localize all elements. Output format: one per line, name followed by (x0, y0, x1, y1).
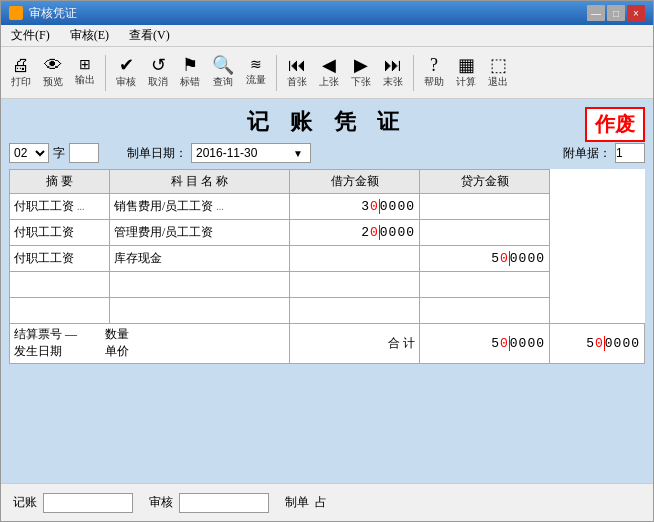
debit-cell: 300000 (290, 194, 420, 220)
footer-info-cell: 结算票号 — 发生日期 数量 单价 (10, 324, 290, 364)
voucher-title: 记 账 凭 证 (247, 107, 408, 137)
mark-error-button[interactable]: ⚑ 标错 (176, 54, 204, 91)
debit-cell: 200000 (290, 220, 420, 246)
zhidan-field: 制单 占 (285, 494, 327, 511)
title-bar: 审核凭证 — □ × (1, 1, 653, 25)
table-row (10, 298, 645, 324)
table-wrapper: 摘 要 科 目 名 称 借方金额 贷方金额 付职工工资 ... (9, 169, 645, 475)
total-credit-cell: 500000 (550, 324, 645, 364)
jie-dan-label: 结算票号 — (14, 326, 77, 343)
sep2 (276, 55, 277, 91)
summary-ellipsis[interactable]: ... (77, 201, 85, 212)
status-badge: 作废 (585, 107, 645, 142)
print-label: 打印 (11, 75, 31, 89)
menu-view[interactable]: 查看(V) (123, 26, 176, 45)
shenhei-field: 审核 (149, 493, 269, 513)
menu-audit[interactable]: 审核(E) (64, 26, 115, 45)
jizh-label: 记账 (13, 494, 37, 511)
debit-cell (290, 272, 420, 298)
debit-cell (290, 246, 420, 272)
prev-icon: ◀ (322, 56, 336, 74)
preview-icon: 👁 (44, 56, 62, 74)
debit-cell (290, 298, 420, 324)
cancel-icon: ↺ (151, 56, 166, 74)
subject-cell: 销售费用/员工工资 ... (110, 194, 290, 220)
window-title: 审核凭证 (29, 5, 77, 22)
credit-cell (420, 194, 550, 220)
first-button[interactable]: ⏮ 首张 (283, 54, 311, 91)
audit-label: 审核 (116, 75, 136, 89)
shuliang-label: 数量 (105, 326, 129, 343)
preview-label: 预览 (43, 75, 63, 89)
query-icon: 🔍 (212, 56, 234, 74)
jizh-field: 记账 (13, 493, 133, 513)
export-icon: ⊞ (79, 58, 91, 72)
bottom-bar: 记账 审核 制单 占 (1, 483, 653, 521)
audit-icon: ✔ (119, 56, 134, 74)
zhan-label: 占 (315, 494, 327, 511)
voucher-meta: 02 字 制单日期： ▼ 附单据： (9, 143, 645, 163)
content-area: 记 账 凭 证 作废 02 字 制单日期： ▼ 附单据： (1, 99, 653, 483)
mark-error-label: 标错 (180, 75, 200, 89)
voucher-num-input[interactable] (69, 143, 99, 163)
help-button[interactable]: ? 帮助 (420, 54, 448, 91)
subject-ellipsis[interactable]: ... (216, 201, 224, 212)
subject-cell (110, 272, 290, 298)
debit-amount: 200000 (361, 225, 415, 240)
calc-button[interactable]: ▦ 计算 (452, 54, 480, 91)
query-button[interactable]: 🔍 查询 (208, 54, 238, 91)
export-button[interactable]: ⊞ 输出 (71, 56, 99, 89)
print-button[interactable]: 🖨 打印 (7, 54, 35, 91)
table-row: 付职工工资 库存现金 500000 (10, 246, 645, 272)
credit-cell: 500000 (420, 246, 550, 272)
flow-icon: ≋ (250, 58, 262, 72)
prev-button[interactable]: ◀ 上张 (315, 54, 343, 91)
last-icon: ⏭ (384, 56, 402, 74)
exit-icon: ⬚ (490, 56, 507, 74)
hejie-label: 合 计 (388, 336, 415, 350)
toolbar: 🖨 打印 👁 预览 ⊞ 输出 ✔ 审核 ↺ 取消 ⚑ 标错 🔍 查询 ≋ (1, 47, 653, 99)
exit-button[interactable]: ⬚ 退出 (484, 54, 512, 91)
summary-cell: 付职工工资 ... (10, 194, 110, 220)
hejie-label-cell: 合 计 (290, 324, 420, 364)
summary-cell: 付职工工资 (10, 220, 110, 246)
help-icon: ? (430, 56, 438, 74)
maximize-button[interactable]: □ (607, 5, 625, 21)
print-icon: 🖨 (12, 56, 30, 74)
menu-file[interactable]: 文件(F) (5, 26, 56, 45)
credit-cell (420, 220, 550, 246)
debit-amount: 300000 (361, 199, 415, 214)
cancel-button[interactable]: ↺ 取消 (144, 54, 172, 91)
subject-cell: 库存现金 (110, 246, 290, 272)
first-icon: ⏮ (288, 56, 306, 74)
date-dropdown-icon[interactable]: ▼ (293, 148, 303, 159)
next-button[interactable]: ▶ 下张 (347, 54, 375, 91)
close-button[interactable]: × (627, 5, 645, 21)
credit-amount: 500000 (491, 251, 545, 266)
main-window: 审核凭证 — □ × 文件(F) 审核(E) 查看(V) 🖨 打印 👁 预览 ⊞… (0, 0, 654, 522)
summary-cell (10, 272, 110, 298)
table-row: 付职工工资 ... 销售费用/员工工资 ... 300000 (10, 194, 645, 220)
voucher-header: 记 账 凭 证 作废 (9, 107, 645, 137)
voucher-type-select[interactable]: 02 (9, 143, 49, 163)
subject-cell (110, 298, 290, 324)
flow-button[interactable]: ≋ 流量 (242, 56, 270, 89)
date-label: 制单日期： (127, 145, 187, 162)
sep1 (105, 55, 106, 91)
preview-button[interactable]: 👁 预览 (39, 54, 67, 91)
jizh-input[interactable] (43, 493, 133, 513)
first-label: 首张 (287, 75, 307, 89)
minimize-button[interactable]: — (587, 5, 605, 21)
subject-cell: 管理费用/员工工资 (110, 220, 290, 246)
jie-dan-value: — (65, 327, 77, 341)
audit-button[interactable]: ✔ 审核 (112, 54, 140, 91)
table-row: 付职工工资 管理费用/员工工资 200000 (10, 220, 645, 246)
col-header-subject: 科 目 名 称 (110, 170, 290, 194)
flow-label: 流量 (246, 73, 266, 87)
attachment-input[interactable] (615, 143, 645, 163)
total-debit: 500000 (491, 336, 545, 351)
last-button[interactable]: ⏭ 末张 (379, 54, 407, 91)
next-label: 下张 (351, 75, 371, 89)
cancel-label: 取消 (148, 75, 168, 89)
shenhei-input[interactable] (179, 493, 269, 513)
